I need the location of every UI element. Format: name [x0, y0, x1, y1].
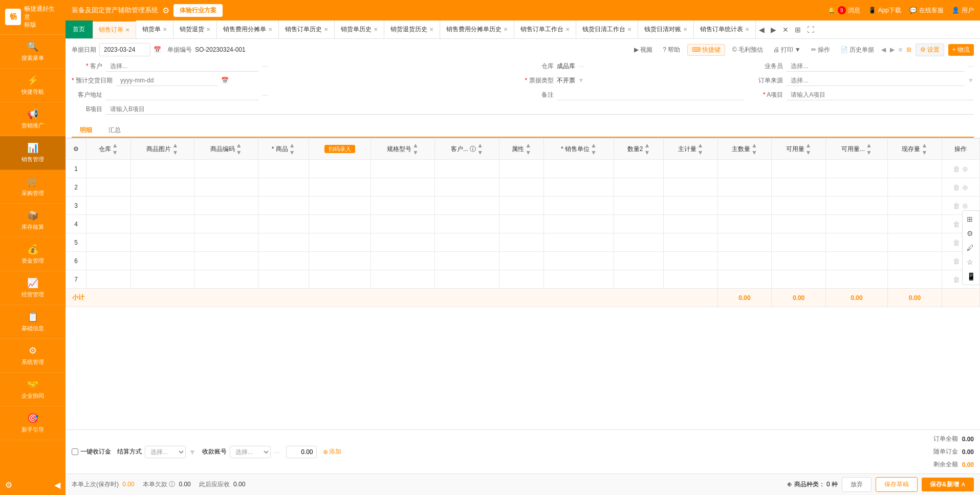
row-code[interactable]: [194, 252, 258, 270]
view-btn[interactable]: ▶ 视频: [631, 44, 656, 56]
a-project-input[interactable]: [786, 89, 974, 100]
row-spec[interactable]: [371, 160, 434, 178]
row-warehouse[interactable]: [86, 252, 131, 270]
address-input[interactable]: [105, 89, 259, 100]
user-item[interactable]: 👤 用户: [952, 6, 974, 15]
row-main-unit[interactable]: [664, 197, 718, 215]
row-main-unit[interactable]: [664, 252, 718, 270]
sidebar-item-system[interactable]: ⚙ 系统管理: [0, 339, 66, 373]
tab-order-workbench[interactable]: 销售订单工作台 ✕: [514, 20, 576, 38]
row-name[interactable]: [258, 178, 309, 197]
account-select[interactable]: 选择...: [230, 446, 271, 458]
save-new-button[interactable]: 保存&新增 ∧: [922, 478, 974, 491]
row-warehouse[interactable]: [86, 233, 131, 252]
list-view-icon[interactable]: ≡: [899, 46, 902, 53]
tab-order-history[interactable]: 销售订单历史 ✕: [279, 20, 335, 38]
row-customer-code[interactable]: [434, 270, 499, 289]
row-name[interactable]: [258, 233, 309, 252]
row-customer-code[interactable]: [434, 160, 499, 178]
tab-expense-history[interactable]: 销售费用分摊单历史 ✕: [440, 20, 514, 38]
row-name[interactable]: [258, 215, 309, 233]
row-warehouse[interactable]: [86, 270, 131, 289]
customer-more-icon[interactable]: ···: [262, 62, 268, 70]
row-available[interactable]: [772, 215, 826, 233]
detail-tab-summary[interactable]: 汇总: [100, 124, 129, 138]
delete-icon[interactable]: 🗑: [953, 275, 960, 284]
row-customer-code[interactable]: [434, 233, 499, 252]
row-main-qty[interactable]: [717, 233, 772, 252]
delivery-input[interactable]: [116, 75, 218, 86]
tab-close-icon[interactable]: ✕: [565, 27, 570, 32]
tab-close-icon[interactable]: ✕: [206, 27, 210, 32]
plan-button[interactable]: 体验行业方案: [173, 4, 223, 17]
row-qty2[interactable]: [614, 215, 664, 233]
tab-next-btn[interactable]: ▶: [768, 24, 779, 36]
tab-close-icon[interactable]: ✕: [324, 27, 328, 32]
tab-home[interactable]: 首页: [66, 20, 93, 38]
row-available2[interactable]: [825, 178, 887, 197]
tab-close-icon[interactable]: ✕: [745, 27, 749, 32]
remark-input[interactable]: [557, 89, 745, 100]
th-qty2[interactable]: 数量2▲▼: [614, 139, 664, 160]
row-attr[interactable]: [499, 252, 544, 270]
calendar-icon[interactable]: 📅: [154, 46, 161, 53]
row-customer-code[interactable]: [434, 197, 499, 215]
copy-icon[interactable]: ⊕: [962, 165, 968, 173]
row-scan[interactable]: [309, 160, 371, 178]
delete-icon[interactable]: 🗑: [953, 183, 960, 191]
delivery-calendar-icon[interactable]: 📅: [221, 77, 229, 84]
row-current[interactable]: [888, 233, 942, 252]
order-source-dropdown-icon[interactable]: ▼: [968, 77, 974, 84]
row-main-unit[interactable]: [664, 178, 718, 197]
row-spec[interactable]: [371, 215, 434, 233]
copy-icon[interactable]: ⊕: [962, 183, 968, 191]
row-customer-code[interactable]: [434, 215, 499, 233]
customer-input[interactable]: [105, 60, 259, 72]
row-code[interactable]: [194, 160, 258, 178]
add-goods-btn[interactable]: + 物流: [948, 44, 974, 56]
row-unit[interactable]: [543, 215, 614, 233]
tab-grid-btn[interactable]: ⊞: [792, 24, 804, 36]
warehouse-more-icon[interactable]: ···: [578, 62, 584, 70]
th-attr[interactable]: 属性▲▼: [499, 139, 544, 160]
tab-sales-bill[interactable]: 销货单 ✕: [136, 20, 173, 38]
tab-close-icon[interactable]: ✕: [163, 27, 167, 32]
row-unit[interactable]: [543, 233, 614, 252]
invoice-dropdown-icon[interactable]: ▼: [578, 77, 584, 84]
row-scan[interactable]: [309, 215, 371, 233]
row-available2[interactable]: [825, 270, 887, 289]
print-btn[interactable]: 🖨 打印 ▼: [770, 44, 804, 56]
sidebar-item-sales[interactable]: 📊 销售管理: [0, 136, 66, 170]
app-download-item[interactable]: 📱 App下载: [868, 6, 901, 15]
row-code[interactable]: [194, 270, 258, 289]
page-nav-next[interactable]: ▶: [890, 46, 895, 53]
row-qty2[interactable]: [614, 270, 664, 289]
shortcut-btn[interactable]: ⌨ 快捷键: [687, 44, 725, 56]
row-main-qty[interactable]: [717, 215, 772, 233]
tab-close-icon[interactable]: ✕: [429, 27, 433, 32]
row-unit[interactable]: [543, 252, 614, 270]
settings-bottom-icon[interactable]: ⚙: [5, 480, 12, 490]
row-scan[interactable]: [309, 178, 371, 197]
sidebar-item-quicknav[interactable]: ⚡ 快捷导航: [0, 69, 66, 102]
th-name[interactable]: * 商品▲▼: [258, 139, 309, 160]
th-scan[interactable]: 扫码录入: [309, 139, 371, 160]
delete-icon[interactable]: 🗑: [953, 202, 960, 210]
row-image[interactable]: [130, 197, 194, 215]
row-qty2[interactable]: [614, 252, 664, 270]
b-project-input[interactable]: [105, 103, 974, 115]
header-settings-icon[interactable]: ⚙: [162, 6, 169, 15]
sidebar-item-basic[interactable]: 📋 基础信息: [0, 305, 66, 339]
row-main-qty[interactable]: [717, 270, 772, 289]
row-scan[interactable]: [309, 233, 371, 252]
row-image[interactable]: [130, 160, 194, 178]
history-btn[interactable]: 📄 历史单据: [837, 44, 877, 56]
tab-cash-workbench[interactable]: 钱货日清工作台 ✕: [576, 20, 638, 38]
sidebar-item-finance[interactable]: 💰 资金管理: [0, 238, 66, 271]
th-code[interactable]: 商品编码▲▼: [194, 139, 258, 160]
tab-sales-order[interactable]: 销售订单 ✕: [93, 20, 136, 38]
row-attr[interactable]: [499, 197, 544, 215]
payment-more-icon[interactable]: ▼: [189, 448, 196, 456]
row-main-qty[interactable]: [717, 160, 772, 178]
row-current[interactable]: [888, 252, 942, 270]
